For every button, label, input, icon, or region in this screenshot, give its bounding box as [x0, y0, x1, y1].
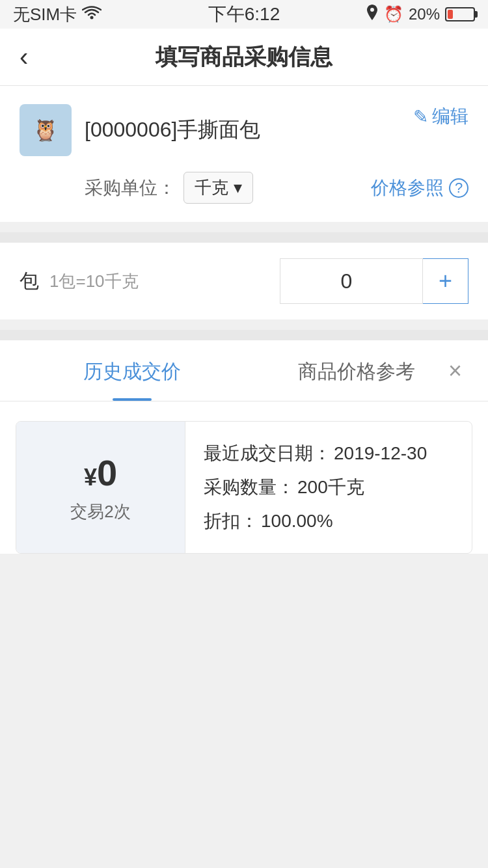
location-icon: [366, 5, 379, 24]
recent-date-value: 2019-12-30: [334, 443, 427, 464]
edit-icon: ✎: [413, 106, 428, 128]
quantity-plus-button[interactable]: +: [423, 258, 468, 304]
tab-history-label: 历史成交价: [83, 360, 181, 382]
svg-point-0: [90, 16, 94, 19]
battery-icon: [445, 7, 475, 21]
unit-badge: 包: [20, 268, 39, 295]
product-info: 🦉 [0000006]手撕面包: [20, 104, 413, 156]
status-left: 无SIM卡: [13, 3, 102, 26]
price-left-panel: ¥0 交易2次: [16, 422, 185, 553]
tab-history-price[interactable]: 历史成交价: [20, 340, 244, 401]
unit-dropdown[interactable]: 千克 ▾: [183, 172, 253, 204]
product-card: 🦉 [0000006]手撕面包 ✎ 编辑 采购单位： 千克 ▾ 价格参照 ?: [0, 86, 488, 222]
edit-label: 编辑: [432, 104, 468, 129]
currency-symbol: ¥: [84, 464, 97, 491]
quantity-controls: +: [280, 258, 468, 304]
purchase-qty-row: 采购数量： 200千克: [204, 475, 454, 500]
page-title: 填写商品采购信息: [156, 42, 332, 72]
status-right: ⏰ 20%: [366, 5, 475, 24]
price-amount: 0: [97, 452, 117, 493]
time-label: 下午6:12: [208, 2, 280, 27]
product-logo: 🦉: [20, 104, 72, 156]
logo-icon: 🦉: [33, 118, 59, 142]
dropdown-arrow-icon: ▾: [234, 178, 242, 198]
tab-close-button[interactable]: ×: [442, 351, 468, 391]
recent-date-label: 最近成交日期：: [204, 441, 331, 466]
bottom-area: [0, 573, 488, 868]
discount-value: 100.00%: [261, 511, 333, 532]
wifi-icon: [82, 5, 102, 25]
help-icon: ?: [449, 178, 468, 198]
product-unit-row: 采购单位： 千克 ▾ 价格参照 ?: [20, 172, 468, 204]
unit-value: 千克: [195, 176, 228, 199]
price-right-panel: 最近成交日期： 2019-12-30 采购数量： 200千克 折扣： 100.0…: [185, 422, 472, 553]
carrier-label: 无SIM卡: [13, 3, 77, 26]
product-header: 🦉 [0000006]手撕面包 ✎ 编辑: [20, 104, 468, 156]
quantity-left: 包 1包=10千克: [20, 268, 139, 295]
discount-label: 折扣：: [204, 509, 258, 534]
alarm-icon: ⏰: [384, 5, 403, 23]
unit-conversion-label: 1包=10千克: [49, 270, 139, 293]
quantity-row: 包 1包=10千克 +: [0, 243, 488, 319]
tabs-header: 历史成交价 商品价格参考 ×: [0, 340, 488, 401]
divider-2: [0, 330, 488, 340]
unit-select-area: 采购单位： 千克 ▾: [85, 172, 253, 204]
tabs-section: 历史成交价 商品价格参考 × ¥0 交易2次 最近成交日期： 2019-12-3…: [0, 340, 488, 554]
price-ref-label: 价格参照: [371, 176, 444, 200]
product-name: [0000006]手撕面包: [85, 116, 260, 144]
price-reference-button[interactable]: 价格参照 ?: [371, 176, 468, 200]
discount-row: 折扣： 100.00%: [204, 509, 454, 534]
quantity-input[interactable]: [280, 258, 423, 304]
recent-date-row: 最近成交日期： 2019-12-30: [204, 441, 454, 466]
purchase-qty-label: 采购数量：: [204, 475, 295, 500]
unit-label: 采购单位：: [85, 176, 176, 200]
product-edit-button[interactable]: ✎ 编辑: [413, 104, 468, 129]
back-button[interactable]: ‹: [20, 42, 28, 72]
status-bar: 无SIM卡 下午6:12 ⏰ 20%: [0, 0, 488, 29]
price-display: ¥0: [84, 452, 117, 494]
purchase-qty-value: 200千克: [297, 475, 364, 500]
divider-1: [0, 232, 488, 243]
tab-product-price[interactable]: 商品价格参考: [244, 340, 468, 401]
price-card: ¥0 交易2次 最近成交日期： 2019-12-30 采购数量： 200千克 折…: [16, 421, 472, 554]
transaction-count: 交易2次: [70, 500, 130, 523]
tab-product-label: 商品价格参考: [298, 360, 415, 382]
battery-percent: 20%: [409, 5, 440, 23]
nav-bar: ‹ 填写商品采购信息: [0, 29, 488, 86]
